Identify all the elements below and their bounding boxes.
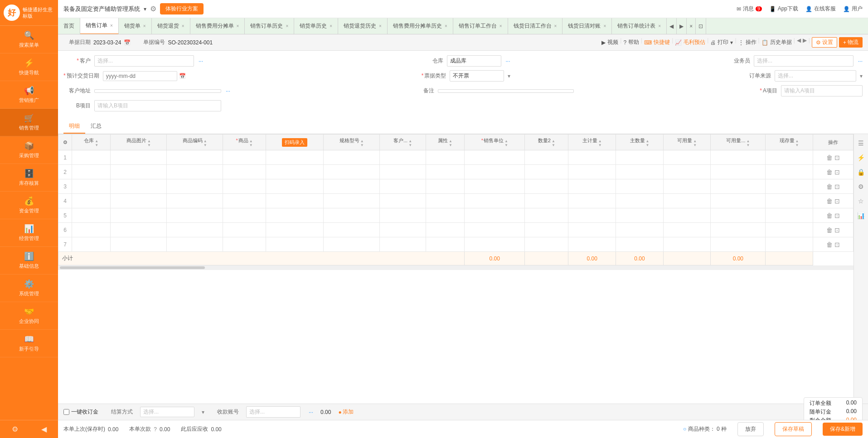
col-sales_unit[interactable]: 销售单位▲▼ — [465, 135, 525, 150]
sort-icon[interactable]: ▲▼ — [646, 139, 650, 147]
address-more-icon[interactable]: ··· — [226, 88, 230, 94]
invoice-dropdown-icon[interactable]: ▾ — [508, 73, 510, 79]
scroll-bar[interactable] — [60, 266, 205, 269]
tab-close-icon[interactable]: × — [603, 24, 606, 29]
one-key-checkbox-input[interactable] — [63, 409, 69, 415]
sidebar-item-资金管理[interactable]: 💰资金管理 — [0, 192, 58, 219]
sort-icon[interactable]: ▲▼ — [449, 139, 452, 147]
copy-icon[interactable]: ⊡ — [834, 226, 840, 234]
sidebar-item-库存核算[interactable]: 🗄️库存核算 — [0, 164, 58, 192]
sidebar-item-基础信息[interactable]: ℹ️基础信息 — [0, 247, 58, 274]
cell-actions[interactable]: 🗑⊡ — [813, 223, 853, 237]
cell-actions[interactable]: 🗑⊡ — [813, 194, 853, 208]
sort-icon[interactable]: ▲▼ — [95, 139, 98, 147]
col-current_stock[interactable]: 现存量▲▼ — [766, 135, 813, 150]
col-available[interactable]: 可用量▲▼ — [663, 135, 711, 150]
cell-actions[interactable]: 🗑⊡ — [813, 179, 853, 194]
customer-input[interactable]: 选择... — [94, 55, 194, 67]
tab-3[interactable]: 销货退货× — [152, 18, 190, 34]
profit-button[interactable]: 📈 毛利预估 — [675, 37, 705, 48]
delivery-calendar-icon[interactable]: 📅 — [179, 73, 186, 79]
sort-icon[interactable]: ▲▼ — [552, 139, 555, 147]
tab-5[interactable]: 销售订单历史× — [245, 18, 294, 34]
remarks-input[interactable] — [438, 89, 574, 93]
print-dropdown-icon[interactable]: ▾ — [730, 39, 733, 46]
delete-icon[interactable]: 🗑 — [826, 212, 833, 219]
tab-7[interactable]: 销货退货历史× — [338, 18, 388, 34]
copy-icon[interactable]: ⊡ — [834, 168, 840, 176]
sort-icon[interactable]: ▲▼ — [746, 139, 750, 147]
tab-2[interactable]: 销货单× — [119, 18, 152, 34]
col-warehouse[interactable]: 仓库▲▼ — [72, 135, 111, 150]
tab-close-icon[interactable]: × — [658, 24, 661, 29]
inner-tab-明细[interactable]: 明细 — [63, 120, 85, 134]
tab-nav-btn-3[interactable]: ⊡ — [696, 18, 706, 34]
sidebar-bottom[interactable]: ⚙ ◀ — [0, 420, 58, 438]
col-attributes[interactable]: 属性▲▼ — [426, 135, 464, 150]
logistics-button[interactable]: + 物流 — [839, 37, 863, 48]
cell-actions[interactable]: 🗑⊡ — [813, 237, 853, 252]
cell-actions[interactable]: 🗑⊡ — [813, 165, 853, 179]
collapse-icon[interactable]: ◀ — [41, 425, 47, 433]
goods-type-icon[interactable]: ○ — [683, 426, 686, 432]
sort-icon[interactable]: ▲▼ — [598, 139, 602, 147]
one-key-checkbox[interactable]: 一键收订金 — [63, 408, 98, 416]
current-balance-help-icon[interactable]: ? — [154, 426, 157, 433]
tab-close-icon[interactable]: × — [182, 24, 184, 29]
col-spec[interactable]: 规格型号▲▼ — [324, 135, 380, 150]
col-main_qty[interactable]: 主数量▲▼ — [616, 135, 664, 150]
tab-close-icon[interactable]: × — [143, 24, 146, 29]
settings-icon[interactable]: ⚙ — [12, 425, 18, 433]
col-available2[interactable]: 可用量...▲▼ — [711, 135, 766, 150]
warehouse-input[interactable]: 成品库 — [447, 55, 501, 67]
delete-icon[interactable]: 🗑 — [826, 226, 833, 234]
tab-6[interactable]: 销货单历史× — [294, 18, 338, 34]
topbar-gear-icon[interactable]: ⚙ — [150, 5, 156, 13]
salesperson-more-icon[interactable]: ··· — [858, 58, 863, 64]
invoice-type-select[interactable]: 不开票 — [450, 70, 504, 82]
tab-close-icon[interactable]: × — [110, 23, 113, 28]
sidebar-item-快捷导航[interactable]: ⚡快捷导航 — [0, 53, 58, 81]
sort-icon[interactable]: ▲▼ — [147, 139, 151, 147]
operate-button[interactable]: ⋮ 操作 — [738, 37, 756, 48]
col-product_image[interactable]: 商品图片▲▼ — [111, 135, 167, 150]
sort-icon[interactable]: ▲▼ — [504, 139, 508, 147]
sidebar-item-营销推广[interactable]: 📢营销推广 — [0, 81, 58, 109]
b-project-input[interactable]: 请输入B项目 — [94, 100, 221, 111]
sort-icon[interactable]: ▲▼ — [693, 139, 697, 147]
message-button[interactable]: ✉ 消息 9 — [737, 5, 762, 13]
add-button[interactable]: ● 添加 — [338, 408, 353, 416]
system-dropdown[interactable]: ▾ — [144, 6, 146, 12]
side-panel-btn-5[interactable]: ☆ — [856, 196, 867, 207]
tab-10[interactable]: 钱货日清工作台× — [508, 18, 563, 34]
copy-icon[interactable]: ⊡ — [834, 183, 840, 190]
customer-more-icon[interactable]: ··· — [199, 58, 203, 64]
delete-icon[interactable]: 🗑 — [826, 197, 833, 205]
warehouse-more-icon[interactable]: ··· — [506, 58, 510, 64]
sidebar-item-新手引导[interactable]: 📖新手引导 — [0, 330, 58, 357]
sort-icon[interactable]: ▲▼ — [795, 139, 799, 147]
tab-8[interactable]: 销售费用分摊单历史× — [388, 18, 453, 34]
customer-address-input[interactable] — [94, 89, 221, 93]
sort-icon[interactable]: ▲▼ — [249, 139, 253, 147]
tab-close-icon[interactable]: × — [330, 24, 332, 29]
delete-icon[interactable]: 🗑 — [826, 154, 833, 161]
sort-icon[interactable]: ▲▼ — [360, 139, 364, 147]
payment-dropdown-icon[interactable]: ▾ — [202, 409, 204, 415]
tab-close-icon[interactable]: × — [499, 24, 502, 29]
nav-next-icon[interactable]: ▶ — [803, 37, 807, 48]
order-source-dropdown-icon[interactable]: ▾ — [860, 73, 863, 79]
sidebar-item-企业协同[interactable]: 🤝企业协同 — [0, 302, 58, 330]
delivery-date-input[interactable] — [103, 71, 177, 81]
delete-icon[interactable]: 🗑 — [826, 168, 833, 176]
col-qty2[interactable]: 数量2▲▼ — [525, 135, 568, 150]
inner-tab-汇总[interactable]: 汇总 — [85, 120, 107, 134]
col-scan[interactable]: 扫码录入 — [266, 135, 324, 150]
side-panel-btn-4[interactable]: ⚙ — [856, 181, 867, 192]
copy-icon[interactable]: ⊡ — [834, 241, 840, 248]
user-button[interactable]: 👤 用户 — [843, 5, 863, 13]
sidebar-item-经营管理[interactable]: 📊经营管理 — [0, 219, 58, 247]
tab-12[interactable]: 销售订单统计表× — [612, 18, 667, 34]
side-panel-btn-2[interactable]: ⚡ — [856, 152, 867, 163]
tab-nav-btn-0[interactable]: ◀ — [667, 18, 677, 34]
